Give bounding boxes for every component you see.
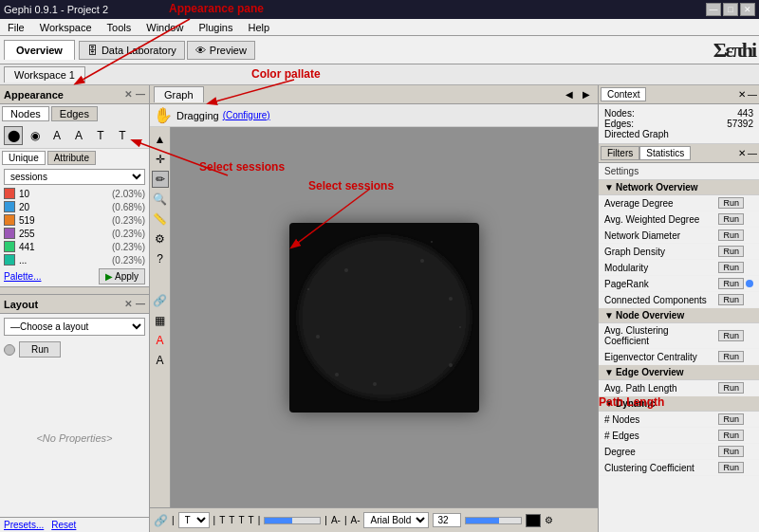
run-pagerank[interactable]: Run bbox=[718, 278, 744, 289]
list-item[interactable]: ... (0.23%) bbox=[0, 253, 149, 266]
status-icon-1[interactable]: 🔗 bbox=[154, 514, 168, 527]
stats-row-edges-dynamic: # Edges Run bbox=[599, 428, 759, 444]
menu-plugins[interactable]: Plugins bbox=[194, 22, 236, 33]
text-icon2[interactable]: T bbox=[113, 126, 132, 145]
collapse-icon[interactable]: ▼ bbox=[604, 182, 614, 193]
list-item[interactable]: 20 (0.68%) bbox=[0, 200, 149, 213]
text-tool-1[interactable]: T bbox=[219, 515, 225, 525]
run-edges-dynamic[interactable]: Run bbox=[718, 430, 744, 441]
context-minimize-button[interactable]: — bbox=[748, 89, 757, 100]
tab-graph[interactable]: Graph bbox=[154, 86, 204, 102]
edge-collapse-icon[interactable]: ▼ bbox=[604, 367, 614, 377]
color-swatch bbox=[4, 188, 15, 199]
stats-minimize-button[interactable]: — bbox=[748, 148, 757, 158]
list-item[interactable]: 441 (0.23%) bbox=[0, 240, 149, 253]
presets-link[interactable]: Presets... bbox=[4, 520, 44, 530]
tab-data-laboratory[interactable]: 🗄 Data Laboratory bbox=[79, 41, 185, 60]
font-size-bar[interactable] bbox=[465, 517, 522, 524]
appearance-close-button[interactable]: ✕ bbox=[124, 89, 132, 100]
tab-edges[interactable]: Edges bbox=[51, 106, 98, 121]
run-nodes-dynamic[interactable]: Run bbox=[718, 413, 744, 425]
layout-run-button[interactable]: Run bbox=[19, 341, 61, 358]
pencil-tool[interactable]: ✏ bbox=[152, 171, 169, 188]
indicator-connected bbox=[746, 296, 753, 303]
menu-tools[interactable]: Tools bbox=[103, 22, 136, 33]
status-icon-2[interactable]: ⚙ bbox=[545, 515, 553, 525]
minimize-button[interactable]: — bbox=[706, 3, 721, 16]
graph-icon[interactable]: 🔗 bbox=[152, 292, 169, 309]
run-connected-components[interactable]: Run bbox=[718, 294, 744, 305]
move-tool[interactable]: ✛ bbox=[152, 151, 169, 168]
run-clustering-dynamic[interactable]: Run bbox=[718, 462, 744, 473]
color-icon[interactable]: ⬤ bbox=[4, 126, 23, 145]
label-color-icon[interactable]: A bbox=[47, 126, 66, 145]
settings-tool[interactable]: ⚙ bbox=[152, 230, 169, 248]
text-tool-4[interactable]: T bbox=[249, 515, 254, 525]
list-item[interactable]: 10 (2.03%) bbox=[0, 187, 149, 200]
run-avg-degree[interactable]: Run bbox=[718, 197, 744, 209]
node-collapse-icon[interactable]: ▼ bbox=[604, 310, 614, 321]
run-degree-dynamic[interactable]: Run bbox=[718, 446, 744, 457]
graph-viz[interactable]: Select sessions bbox=[171, 127, 598, 507]
tab-preview[interactable]: 👁 Preview bbox=[187, 41, 255, 60]
menu-file[interactable]: File bbox=[4, 22, 28, 33]
label-tool[interactable]: A bbox=[152, 352, 169, 369]
palette-link[interactable]: Palette... bbox=[4, 271, 41, 282]
menu-help[interactable]: Help bbox=[244, 22, 273, 33]
text-tool-2[interactable]: T bbox=[229, 515, 234, 525]
select-tool[interactable]: ▲ bbox=[152, 131, 169, 148]
tab-unique[interactable]: Unique bbox=[2, 151, 46, 165]
font-color-box[interactable] bbox=[526, 514, 541, 527]
run-avg-weighted-degree[interactable]: Run bbox=[718, 213, 744, 225]
tab-context[interactable]: Context bbox=[601, 87, 646, 101]
run-graph-density[interactable]: Run bbox=[718, 246, 744, 257]
appearance-minimize-button[interactable]: — bbox=[136, 89, 145, 100]
text-mode-select[interactable]: T bbox=[178, 512, 210, 528]
apply-button[interactable]: ▶ Apply bbox=[99, 268, 145, 284]
stats-close-button[interactable]: ✕ bbox=[738, 148, 746, 158]
left-panel: Appearance ✕ — Nodes Edges ⬤ ◉ A A T T U… bbox=[0, 85, 150, 532]
configure-link[interactable]: (Configure) bbox=[223, 110, 270, 120]
layout-close-button[interactable]: ✕ bbox=[124, 299, 132, 309]
color-swatch bbox=[4, 228, 15, 239]
run-clustering-coeff[interactable]: Run bbox=[718, 330, 744, 341]
workspace-tab-1[interactable]: Workspace 1 bbox=[4, 66, 85, 83]
svg-point-6 bbox=[449, 363, 453, 367]
side-tools: ▲ ✛ ✏ 🔍 📏 ⚙ ? 🔗 ▦ A A bbox=[150, 127, 171, 507]
layout-dropdown[interactable]: —Choose a layout bbox=[4, 318, 145, 336]
run-eigenvector[interactable]: Run bbox=[718, 351, 744, 362]
tab-overview[interactable]: Overview bbox=[4, 40, 75, 60]
zoom-tool[interactable]: 🔍 bbox=[152, 191, 169, 208]
color-tool[interactable]: A bbox=[152, 332, 169, 349]
context-close-button[interactable]: ✕ bbox=[738, 89, 746, 100]
menu-workspace[interactable]: Workspace bbox=[36, 22, 96, 33]
color-swatch bbox=[4, 214, 15, 226]
run-network-diameter[interactable]: Run bbox=[718, 229, 744, 241]
label-text-icon[interactable]: T bbox=[91, 126, 110, 145]
ruler-tool[interactable]: 📏 bbox=[152, 211, 169, 228]
layout-minimize-button[interactable]: — bbox=[136, 299, 145, 309]
graph-nav-prev[interactable]: ◀ bbox=[562, 89, 577, 100]
sessions-select[interactable]: sessions bbox=[4, 169, 145, 185]
layout-stop-button[interactable] bbox=[4, 344, 15, 356]
label-size-icon[interactable]: A bbox=[69, 126, 88, 145]
reset-link[interactable]: Reset bbox=[51, 520, 76, 530]
run-modularity[interactable]: Run bbox=[718, 262, 744, 273]
close-button[interactable]: ✕ bbox=[740, 3, 755, 16]
tab-statistics[interactable]: Statistics bbox=[639, 146, 691, 160]
text-tool-3[interactable]: T bbox=[238, 515, 244, 525]
run-avg-path-length[interactable]: Run bbox=[718, 382, 744, 394]
list-item[interactable]: 519 (0.23%) bbox=[0, 213, 149, 227]
dynamic-collapse-icon[interactable]: ▼ bbox=[604, 398, 614, 409]
font-select[interactable]: Arial Bold bbox=[363, 512, 429, 528]
maximize-button[interactable]: □ bbox=[723, 3, 738, 16]
node-size-icon[interactable]: ◉ bbox=[26, 126, 45, 145]
tab-filters[interactable]: Filters bbox=[601, 146, 639, 160]
layout-icon[interactable]: ▦ bbox=[152, 312, 169, 329]
menu-window[interactable]: Window bbox=[142, 22, 187, 33]
tab-nodes[interactable]: Nodes bbox=[2, 106, 49, 121]
info-tool[interactable]: ? bbox=[152, 250, 169, 267]
tab-attribute[interactable]: Attribute bbox=[47, 151, 96, 165]
list-item[interactable]: 255 (0.23%) bbox=[0, 227, 149, 240]
graph-nav-next[interactable]: ▶ bbox=[579, 89, 594, 100]
